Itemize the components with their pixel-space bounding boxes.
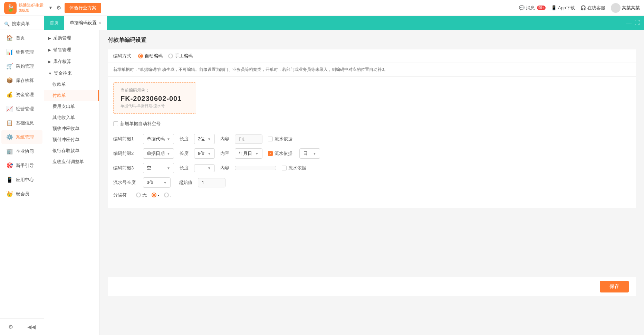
sidebar-item-system[interactable]: ⚙️ 系统管理 [1,130,42,144]
sidebar-item-apps[interactable]: 📱 应用中心 [1,173,42,186]
prefix3-length-select[interactable]: ▼ [194,164,215,172]
auto-fill-label: 新增单据自动补空号 [120,121,161,127]
member-icon: 👑 [6,190,13,197]
config-row-3: 编码前缀3 空 ▼ 长度 ▼ 内容 [113,163,630,173]
tab-close-btn[interactable]: × [99,20,101,25]
experience-btn[interactable]: 体验行业方案 [65,3,101,13]
purchase-icon: 🛒 [6,63,13,69]
app-download-item[interactable]: 📱 App下载 [551,5,575,11]
sidebar-item-receipt[interactable]: 收款单 [44,79,99,90]
topbar-dropdown[interactable]: ▼ [48,5,53,10]
prefix3-serial-checkbox[interactable] [282,166,287,170]
tab-home[interactable]: 首页 [44,16,64,30]
prefix1-length-select[interactable]: 2位 ▼ [194,134,215,144]
sidebar-item-label: 销售管理 [16,49,34,55]
chevron-right-icon: ▶ [48,60,51,64]
prefix2-serial-checkbox[interactable]: ✓ [268,151,273,156]
sidebar-item-label: 经营管理 [16,106,34,112]
start-value-input[interactable] [198,178,225,187]
manual-code-option[interactable]: 手工编码 [168,53,193,59]
sidebar-item-prepaid-pay[interactable]: 预付冲应付单 [44,134,99,145]
sidebar-item-member[interactable]: 👑 畅会员 [1,187,42,201]
auto-code-label: 自动编码 [145,53,163,59]
basic-icon: 📋 [6,120,13,126]
prefix1-length-label: 长度 [180,136,189,142]
auto-fill-checkbox[interactable] [113,121,118,126]
main-sidebar: 🔍 搜索菜单 🏠 首页 📊 销售管理 🛒 采购管理 📦 库存核算 💰 资金管理 … [0,16,44,335]
sep-dash-radio[interactable] [152,193,156,197]
settings-icon[interactable]: ⚙ [6,322,15,332]
prefix2-serial-option-select[interactable]: 日 ▼ [299,148,320,159]
prefix3-content-label: 内容 [220,165,229,171]
collapse-icon[interactable]: ◀◀ [25,322,38,332]
group-label: 库存核算 [53,58,71,65]
sep-none-radio[interactable] [136,193,141,197]
group-purchase-header[interactable]: ▶ 采购管理 [44,32,99,44]
sidebar-item-sales[interactable]: 📊 销售管理 [1,45,42,59]
sidebar-item-label: 畅会员 [16,191,29,197]
tab-minimize-btn[interactable]: — [626,20,632,26]
auto-code-radio[interactable] [138,54,143,58]
sidebar-item-basic[interactable]: 📋 基础信息 [1,116,42,130]
sidebar-item-guide[interactable]: 🎯 新手引导 [1,159,42,172]
prefix3-label: 编码前缀3 [113,165,137,171]
sidebar-search[interactable]: 🔍 搜索菜单 [0,19,44,29]
sidebar-item-payment[interactable]: 付款单 [44,90,99,101]
tab-maximize-btn[interactable]: ⛶ [634,20,640,26]
sidebar-item-label: 基础信息 [16,120,34,126]
group-finance-header[interactable]: ▼ 资金往来 [44,68,99,79]
sidebar-item-prepaid-recv[interactable]: 预收冲应收单 [44,123,99,134]
dropdown-chevron-icon: ▼ [48,5,53,10]
sidebar-item-finance[interactable]: 💰 资金管理 [1,88,42,101]
prefix2-content-label: 内容 [220,150,229,157]
sep-dash-option[interactable]: - [152,193,159,198]
prefix2-select[interactable]: 单据日期 ▼ [143,148,174,159]
search-label: 搜索菜单 [12,21,30,27]
sidebar-item-bank[interactable]: 银行存取款单 [44,145,99,156]
info-text: 新增单据时，*单据编码*自动生成，不可编辑。前缀设置为部门、业务员等档案类，开单… [108,63,636,77]
save-button[interactable]: 保存 [600,281,629,292]
sidebar-item-adj[interactable]: 应收应付调整单 [44,156,99,167]
topbar-right: 💬 消息 99+ 📱 App下载 🎧 在线客服 某某某某 [519,3,640,13]
chevron-down-icon: ▼ [163,181,167,185]
gear-icon[interactable]: ⚙ [56,4,61,11]
sidebar-item-operations[interactable]: 📈 经营管理 [1,102,42,115]
sep-none-option[interactable]: 无 [136,192,147,198]
sidebar-item-other-income[interactable]: 其他收入单 [44,112,99,123]
group-sales-header[interactable]: ▶ 销售管理 [44,44,99,55]
online-service-item[interactable]: 🎧 在线客服 [580,5,605,11]
prefix1-content-value: FK [235,134,262,144]
prefix1-serial-checkbox[interactable] [268,137,273,141]
prefix1-content-label: 内容 [220,136,229,142]
serial-length-select[interactable]: 3位 ▼ [143,177,171,188]
tab-encoding[interactable]: 单据编码设置 × [64,16,107,30]
serial-length-row: 流水号长度 3位 ▼ 起始值 [113,177,630,188]
enterprise-icon: 🏢 [6,148,13,155]
item-label: 其他收入单 [52,115,75,120]
service-label: 在线客服 [587,5,605,11]
prefix2-length-select[interactable]: 8位 ▼ [194,148,215,159]
prefix1-select-value: 单据代码 [147,136,165,142]
sidebar-item-expense[interactable]: 费用支出单 [44,101,99,112]
sidebar-item-purchase[interactable]: 🛒 采购管理 [1,59,42,73]
chevron-down-icon: ▼ [167,166,170,170]
sidebar-item-enterprise[interactable]: 🏢 企业协同 [1,145,42,158]
prefix1-select[interactable]: 单据代码 ▼ [143,134,174,144]
prefix3-select[interactable]: 空 ▼ [143,163,174,173]
sidebar-item-inventory[interactable]: 📦 库存核算 [1,74,42,87]
tabbar-actions: — ⛶ [626,20,644,26]
chevron-down-icon: ▼ [313,152,316,156]
group-inventory-header[interactable]: ▶ 库存核算 [44,56,99,67]
prefix2-content-select[interactable]: 年月日 ▼ [235,148,262,159]
group-inventory: ▶ 库存核算 [44,56,99,67]
manual-code-radio[interactable] [168,54,173,58]
sep-dot-option[interactable]: . [164,193,172,198]
chevron-down-icon: ▼ [167,152,170,156]
sidebar-item-home[interactable]: 🏠 首页 [1,31,42,45]
auto-code-option[interactable]: 自动编码 [138,53,163,59]
sep-dot-radio[interactable] [164,193,169,197]
sidebar-item-label: 资金管理 [16,92,34,98]
config-row-1: 编码前缀1 单据代码 ▼ 长度 2位 ▼ 内容 FK [113,134,630,144]
message-item[interactable]: 💬 消息 99+ [519,5,546,11]
user-area[interactable]: 某某某某 [611,3,640,13]
